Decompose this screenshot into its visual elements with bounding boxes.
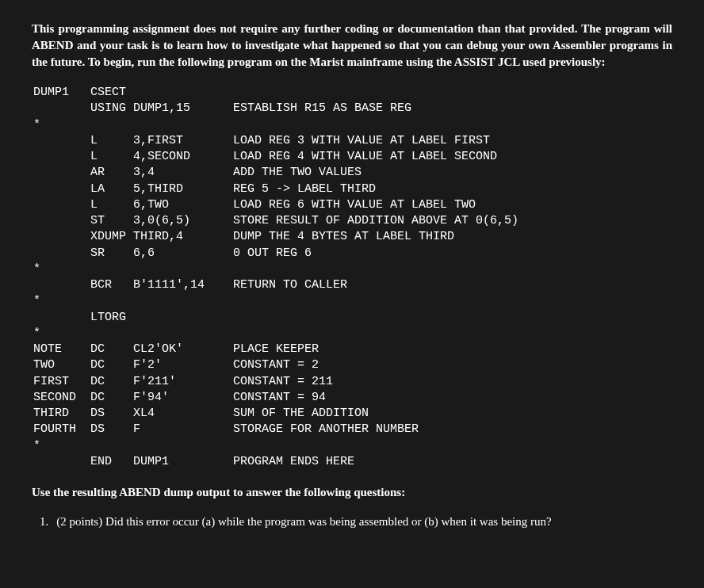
code-comment: LOAD REG 6 WITH VALUE AT LABEL TWO <box>233 197 476 213</box>
code-comment: CONSTANT = 2 <box>233 357 319 373</box>
code-label: * <box>33 438 90 454</box>
code-line: AR3,4ADD THE TWO VALUES <box>33 165 672 181</box>
code-line: * <box>33 117 672 133</box>
code-label: DUMP1 <box>33 85 90 101</box>
outro-paragraph: Use the resulting ABEND dump output to a… <box>32 486 672 499</box>
code-comment: STORE RESULT OF ADDITION ABOVE AT 0(6,5) <box>233 213 518 229</box>
assembler-code-block: DUMP1CSECTUSINGDUMP1,15ESTABLISH R15 AS … <box>33 85 672 470</box>
code-operand: 3,0(6,5) <box>133 213 233 229</box>
code-operand: THIRD,4 <box>133 229 233 245</box>
code-operand: F'2' <box>133 357 233 373</box>
code-operand: 3,4 <box>133 165 233 181</box>
code-line: FOURTHDSFSTORAGE FOR ANOTHER NUMBER <box>33 422 672 437</box>
code-operand: 4,SECOND <box>133 149 233 165</box>
code-line: BCRB'1111',14RETURN TO CALLER <box>33 277 672 293</box>
code-comment: LOAD REG 4 WITH VALUE AT LABEL SECOND <box>233 149 497 165</box>
code-label: * <box>33 262 90 277</box>
question-text: (2 points) Did this error occur (a) whil… <box>56 515 551 528</box>
code-label: FOURTH <box>33 422 90 437</box>
code-comment: CONSTANT = 211 <box>233 374 333 390</box>
code-comment: REG 5 -> LABEL THIRD <box>233 181 376 197</box>
code-comment: RETURN TO CALLER <box>233 277 347 293</box>
code-label: THIRD <box>33 406 90 422</box>
code-line: NOTEDCCL2'OK'PLACE KEEPER <box>33 342 672 357</box>
code-operand: 3,FIRST <box>133 133 233 149</box>
code-line: DUMP1CSECT <box>33 85 672 101</box>
code-comment: ADD THE TWO VALUES <box>233 165 362 181</box>
code-comment: PROGRAM ENDS HERE <box>233 454 354 470</box>
code-comment: 0 OUT REG 6 <box>233 246 312 262</box>
code-opcode: DS <box>90 422 133 437</box>
code-operand: XL4 <box>133 406 233 422</box>
code-line: TWODCF'2'CONSTANT = 2 <box>33 357 672 373</box>
code-line: L6,TWOLOAD REG 6 WITH VALUE AT LABEL TWO <box>33 197 672 213</box>
code-line: THIRDDSXL4SUM OF THE ADDITION <box>33 406 672 422</box>
code-operand: F'211' <box>133 374 233 390</box>
code-comment: STORAGE FOR ANOTHER NUMBER <box>233 422 419 437</box>
code-opcode: LA <box>90 181 133 197</box>
code-operand: DUMP1 <box>133 454 233 470</box>
code-operand: B'1111',14 <box>133 277 233 293</box>
code-opcode: DS <box>90 406 133 422</box>
code-comment: CONSTANT = 94 <box>233 390 326 406</box>
code-label: * <box>33 117 90 133</box>
code-opcode: DC <box>90 374 133 390</box>
code-opcode: BCR <box>90 277 133 293</box>
question-item: 1.(2 points) Did this error occur (a) wh… <box>32 514 672 530</box>
code-line: LA5,THIRDREG 5 -> LABEL THIRD <box>33 181 672 197</box>
code-operand: 5,THIRD <box>133 181 233 197</box>
code-line: FIRSTDCF'211'CONSTANT = 211 <box>33 374 672 390</box>
code-label: * <box>33 293 90 309</box>
code-comment: SUM OF THE ADDITION <box>233 406 369 422</box>
code-opcode: SR <box>90 246 133 262</box>
code-line: L3,FIRSTLOAD REG 3 WITH VALUE AT LABEL F… <box>33 133 672 149</box>
code-line: LTORG <box>33 310 672 326</box>
code-opcode: L <box>90 197 133 213</box>
code-line: * <box>33 438 672 454</box>
code-label: SECOND <box>33 390 90 406</box>
code-label: TWO <box>33 357 90 373</box>
code-operand: DUMP1,15 <box>133 101 233 116</box>
code-label: * <box>33 326 90 342</box>
code-opcode: DC <box>90 357 133 373</box>
intro-paragraph: This programming assignment does not req… <box>32 21 672 71</box>
question-number: 1. <box>40 515 56 528</box>
code-operand: 6,TWO <box>133 197 233 213</box>
code-line: * <box>33 326 672 342</box>
code-line: ST3,0(6,5)STORE RESULT OF ADDITION ABOVE… <box>33 213 672 229</box>
code-opcode: ST <box>90 213 133 229</box>
code-opcode: CSECT <box>90 85 133 101</box>
code-opcode: L <box>90 133 133 149</box>
code-line: ENDDUMP1PROGRAM ENDS HERE <box>33 454 672 470</box>
code-line: SR6,60 OUT REG 6 <box>33 246 672 262</box>
code-line: * <box>33 293 672 309</box>
code-opcode: USING <box>90 101 133 116</box>
code-label: NOTE <box>33 342 90 357</box>
code-operand: F'94' <box>133 390 233 406</box>
code-line: XDUMPTHIRD,4DUMP THE 4 BYTES AT LABEL TH… <box>33 229 672 245</box>
code-operand: 6,6 <box>133 246 233 262</box>
code-opcode: L <box>90 149 133 165</box>
code-opcode: DC <box>90 342 133 357</box>
code-comment: LOAD REG 3 WITH VALUE AT LABEL FIRST <box>233 133 490 149</box>
code-line: USINGDUMP1,15ESTABLISH R15 AS BASE REG <box>33 101 672 116</box>
code-opcode: LTORG <box>90 310 133 326</box>
code-operand: F <box>133 422 233 437</box>
code-label: FIRST <box>33 374 90 390</box>
code-opcode: DC <box>90 390 133 406</box>
code-comment: DUMP THE 4 BYTES AT LABEL THIRD <box>233 229 454 245</box>
code-line: * <box>33 262 672 277</box>
code-line: SECONDDCF'94'CONSTANT = 94 <box>33 390 672 406</box>
code-comment: ESTABLISH R15 AS BASE REG <box>233 101 411 116</box>
code-opcode: XDUMP <box>90 229 133 245</box>
code-comment: PLACE KEEPER <box>233 342 319 357</box>
question-list: 1.(2 points) Did this error occur (a) wh… <box>32 514 672 530</box>
code-line: L4,SECONDLOAD REG 4 WITH VALUE AT LABEL … <box>33 149 672 165</box>
code-opcode: END <box>90 454 133 470</box>
code-operand: CL2'OK' <box>133 342 233 357</box>
code-opcode: AR <box>90 165 133 181</box>
